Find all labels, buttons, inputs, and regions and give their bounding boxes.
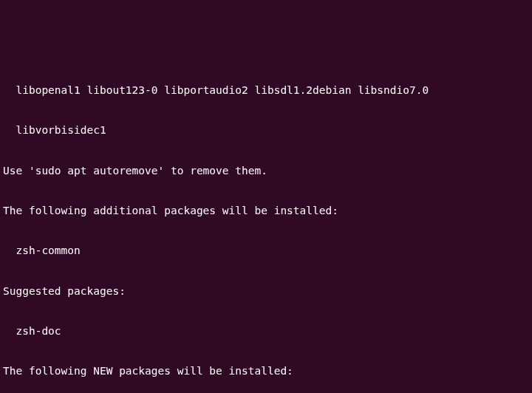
terminal-output: libopenal1 libout123-0 libportaudio2 lib… bbox=[3, 57, 529, 394]
output-line: Use 'sudo apt autoremove' to remove them… bbox=[3, 164, 529, 177]
output-line: Suggested packages: bbox=[3, 284, 529, 298]
output-line: zsh-doc bbox=[3, 324, 529, 338]
output-line: libvorbisidec1 bbox=[3, 123, 529, 137]
output-line: The following NEW packages will be insta… bbox=[3, 364, 529, 377]
output-line: libopenal1 libout123-0 libportaudio2 lib… bbox=[3, 83, 529, 97]
output-line: zsh-common bbox=[3, 244, 529, 257]
output-line: The following additional packages will b… bbox=[3, 204, 529, 217]
